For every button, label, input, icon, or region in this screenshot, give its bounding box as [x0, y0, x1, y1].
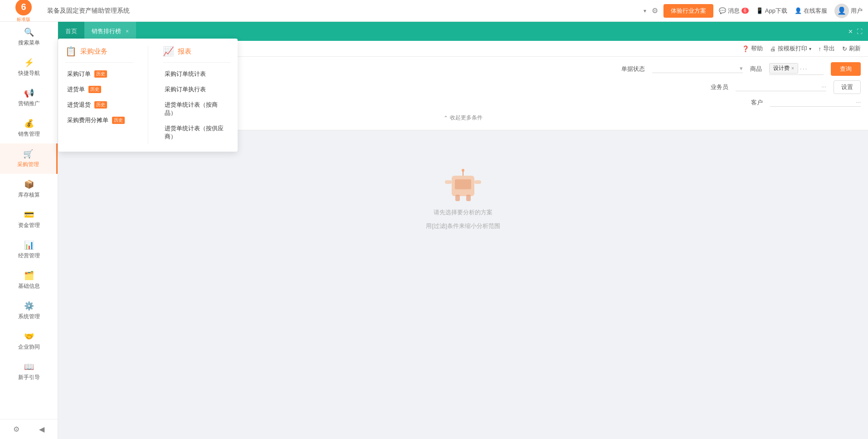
- menu-item-expense[interactable]: 采购费用分摊单 历史: [65, 113, 133, 128]
- help-label: 帮助: [751, 44, 763, 53]
- tab-home[interactable]: 首页: [58, 22, 84, 41]
- return-label: 进货退货: [67, 101, 91, 109]
- help-btn[interactable]: ❓ 帮助: [742, 44, 763, 53]
- svg-rect-1: [455, 179, 471, 189]
- sales-icon: 💰: [24, 118, 34, 128]
- purchase-order-label: 采购订单: [67, 70, 91, 78]
- system-title: 装备及固定资产辅助管理系统: [47, 7, 638, 15]
- sidebar-label-search: 搜索菜单: [18, 39, 40, 47]
- goods-label: 商品: [750, 65, 762, 73]
- reports-title: 报表: [178, 47, 191, 56]
- reports-icon: 📈: [163, 46, 174, 57]
- purchase-business-section: 📋 采购业务 采购订单 历史 进货单 历史 进货退货 历史: [65, 46, 133, 144]
- sidebar-label-purchase: 采购管理: [17, 161, 39, 168]
- sidebar-label-inventory: 库存核算: [18, 191, 40, 199]
- menu-item-receive-by-supplier[interactable]: 进货单统计表（按供应商）: [163, 121, 231, 144]
- return-badge: 历史: [94, 101, 107, 109]
- receive-badge: 历史: [88, 86, 101, 93]
- sidebar-item-marketing[interactable]: 📢 营销推广: [0, 83, 58, 113]
- doc-status-label: 单据状态: [621, 65, 645, 73]
- msg-badge: 6: [741, 8, 749, 14]
- print-btn[interactable]: 🖨 按模板打印 ▾: [770, 44, 811, 53]
- customer-label: 客户: [751, 99, 763, 107]
- logo-area: 6 标准版: [5, 0, 42, 23]
- order-stats-label: 采购订单统计表: [165, 70, 206, 78]
- sidebar-bottom: ⚙ ◀: [0, 419, 58, 439]
- bottom-collapse-icon[interactable]: ◀: [39, 425, 44, 434]
- cart-icon: 🛒: [23, 149, 33, 159]
- msg-icon: 💬: [719, 7, 726, 14]
- menu-item-receive[interactable]: 进货单 历史: [65, 82, 133, 97]
- top-settings-icon[interactable]: ⚙: [652, 6, 658, 15]
- sidebar-label-guide: 新手引导: [18, 374, 40, 381]
- industry-btn[interactable]: 体验行业方案: [663, 4, 713, 18]
- logo-icon: 6: [15, 0, 32, 15]
- sidebar-item-basic[interactable]: 🗂️ 基础信息: [0, 265, 58, 296]
- sidebar-item-system[interactable]: ⚙️ 系统管理: [0, 296, 58, 326]
- tab-bar: 首页 销售排行榜 × ✕ ⛶: [58, 22, 868, 41]
- user-action[interactable]: 👤 用户: [834, 4, 863, 18]
- sidebar-item-purchase[interactable]: 🛒 采购管理: [0, 143, 58, 174]
- sidebar-item-enterprise[interactable]: 🤝 企业协同: [0, 326, 58, 356]
- svg-rect-7: [474, 180, 481, 184]
- gear-icon: ⚙️: [24, 301, 34, 311]
- receive-by-goods-label: 进货单统计表（按商品）: [165, 101, 229, 117]
- salesman-label: 业务员: [711, 83, 728, 91]
- doc-status-dropdown[interactable]: ▾: [740, 65, 743, 72]
- goods-dots[interactable]: ···: [800, 65, 808, 72]
- purchase-business-icon: 📋: [65, 46, 77, 57]
- service-action[interactable]: 👤 在线客服: [795, 7, 827, 15]
- help-icon: ❓: [742, 45, 749, 52]
- refresh-btn[interactable]: ↻ 刷新: [842, 44, 861, 53]
- msg-action[interactable]: 💬 消息 6: [719, 7, 749, 15]
- app-download-action[interactable]: 📱 App下载: [756, 7, 787, 15]
- menu-item-order-exec[interactable]: 采购订单执行表: [163, 82, 231, 97]
- expense-label: 采购费用分摊单: [67, 116, 108, 124]
- window-maximize-icon[interactable]: ⛶: [857, 28, 863, 35]
- bottom-settings-icon[interactable]: ⚙: [13, 425, 20, 434]
- customer-dots[interactable]: ···: [856, 99, 861, 105]
- sidebar-item-guide[interactable]: 📖 新手引导: [0, 356, 58, 387]
- tab-sales-rank-close[interactable]: ×: [126, 28, 129, 35]
- reports-section: 📈 报表 采购订单统计表 采购订单执行表 进货单统计表（按商品） 进货单统计表（…: [163, 46, 231, 144]
- menu-divider: [148, 46, 148, 144]
- goods-tag-text: 设计费: [773, 64, 790, 72]
- tab-home-label: 首页: [65, 27, 77, 35]
- empty-illustration: [440, 167, 486, 203]
- salesman-dots[interactable]: ···: [821, 83, 826, 90]
- set-btn[interactable]: 设置: [834, 80, 861, 94]
- purchase-business-title: 采购业务: [80, 47, 107, 56]
- print-label: 按模板打印: [778, 44, 807, 53]
- reports-header: 📈 报表: [163, 46, 231, 63]
- menu-item-return[interactable]: 进货退货 历史: [65, 97, 133, 113]
- sidebar-label-operation: 经营管理: [18, 252, 40, 260]
- menu-item-purchase-order[interactable]: 采购订单 历史: [65, 66, 133, 82]
- export-btn[interactable]: ↑ 导出: [819, 44, 835, 53]
- empty-tip-2: 用[过滤]条件来缩小分析范围: [426, 222, 500, 230]
- window-close-icon[interactable]: ✕: [848, 28, 853, 35]
- sidebar-item-search[interactable]: 🔍 搜索菜单: [0, 22, 58, 52]
- phone-icon: 📱: [756, 7, 763, 14]
- collapse-label: 收起更多条件: [450, 114, 483, 122]
- sidebar-item-sales[interactable]: 💰 销售管理: [0, 113, 58, 143]
- sidebar-label-quick: 快捷导航: [18, 69, 40, 77]
- sidebar-item-finance[interactable]: 💳 资金管理: [0, 204, 58, 235]
- tab-sales-rank[interactable]: 销售排行榜 ×: [84, 22, 136, 41]
- tab-sales-rank-label: 销售排行榜: [92, 27, 121, 35]
- query-btn[interactable]: 查询: [831, 62, 861, 76]
- sidebar-item-inventory[interactable]: 📦 库存核算: [0, 174, 58, 204]
- top-bar-actions: 💬 消息 6 📱 App下载 👤 在线客服 👤 用户: [719, 4, 863, 18]
- system-title-dropdown[interactable]: ▾: [644, 8, 646, 14]
- print-dropdown-icon[interactable]: ▾: [809, 46, 811, 51]
- sidebar-item-quick[interactable]: ⚡ 快捷导航: [0, 52, 58, 83]
- refresh-icon: ↻: [842, 45, 847, 52]
- menu-item-receive-by-goods[interactable]: 进货单统计表（按商品）: [163, 97, 231, 121]
- book-icon: 📖: [24, 362, 34, 372]
- sidebar-item-operation[interactable]: 📊 经营管理: [0, 235, 58, 265]
- sidebar-label-finance: 资金管理: [18, 222, 40, 229]
- sidebar-label-system: 系统管理: [18, 313, 40, 321]
- goods-tag-close[interactable]: ×: [791, 66, 794, 71]
- logo-text: 标准版: [17, 16, 30, 23]
- menu-item-order-stats[interactable]: 采购订单统计表: [163, 66, 231, 82]
- collapse-btn[interactable]: ⌃ 收起更多条件: [441, 111, 485, 124]
